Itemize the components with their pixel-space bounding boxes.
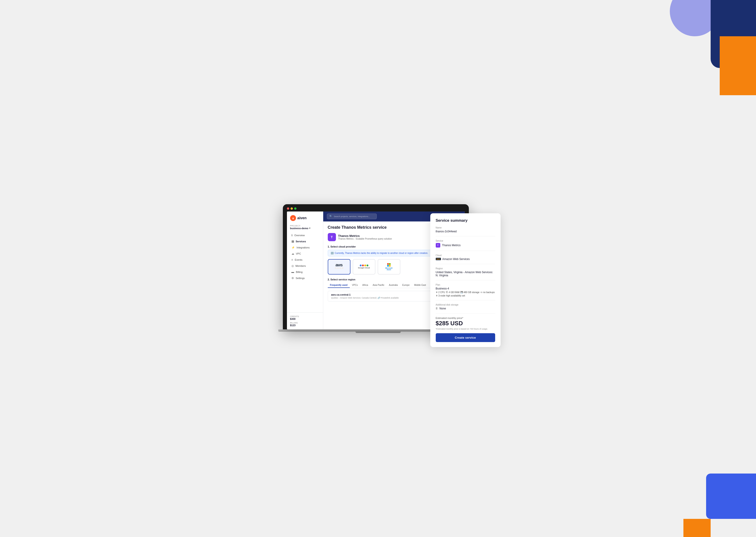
summary-plan-label: Plan	[436, 284, 495, 286]
service-summary-card: Service summary Name thanos-2c044eed Ser…	[430, 213, 501, 347]
summary-cloud-row: Cloud aws Amazon Web Services	[436, 254, 495, 264]
summary-service-value-row: T Thanos Metrics	[436, 243, 495, 248]
sidebar-credits: Credits $300 Billing $123	[287, 312, 323, 327]
sidebar-item-label: Events	[295, 258, 303, 261]
sidebar-item-events[interactable]: ≡ Events	[288, 257, 322, 263]
project-label: Project:	[290, 225, 320, 227]
tab-vpcs[interactable]: VPCs	[350, 283, 360, 288]
events-icon: ≡	[291, 258, 293, 261]
summary-service-label: Service	[436, 240, 495, 242]
bg-blue-right	[706, 474, 756, 519]
summary-card-title: Service summary	[436, 218, 495, 223]
svg-text:a: a	[292, 217, 294, 220]
service-info-title: Thanos Metrics	[338, 234, 392, 237]
project-name[interactable]: business-demo ▾	[290, 227, 320, 229]
summary-plan-row: Plan Business-4 🖥 2 CPU 🗄 4 GB RAM 💾 480…	[436, 284, 495, 300]
project-selector[interactable]: Project: business-demo ▾	[287, 224, 323, 231]
summary-name-row: Name thanos-2c044eed	[436, 227, 495, 236]
summary-disk-label: Additional disk storage	[436, 304, 495, 306]
camera-bar	[287, 207, 465, 210]
summary-service-value: Thanos Metrics	[442, 244, 461, 247]
mini-thanos-icon: T	[436, 243, 440, 248]
info-icon: ℹ️	[331, 252, 334, 254]
disk-icon: 🗄	[436, 308, 438, 310]
thanos-service-icon: T	[328, 233, 336, 241]
sidebar-item-services[interactable]: ▤ Services	[288, 238, 322, 244]
integrations-icon: ⚡	[291, 246, 295, 249]
summary-name-value: thanos-2c044eed	[436, 230, 495, 233]
logo: a aiven	[287, 214, 323, 224]
azure-logo: MicrosoftAzure	[385, 263, 393, 270]
sidebar: a aiven Project: business-demo ▾	[287, 212, 323, 329]
logo-text: aiven	[297, 216, 307, 220]
aws-logo: aws ⌒⌒⌒⌒	[334, 263, 344, 271]
cloud-card-azure[interactable]: MicrosoftAzure	[378, 259, 400, 274]
price-note: *Estimated monthly price is based on 730…	[436, 328, 495, 330]
settings-icon: ⚙	[291, 276, 294, 280]
tab-europe[interactable]: Europe	[400, 283, 412, 288]
dot-red[interactable]	[287, 207, 289, 210]
plan-specs: 🖥 2 CPU 🗄 4 GB RAM 💾 480 GB storage 🗂 no…	[436, 291, 495, 297]
create-service-button[interactable]: Create service	[436, 333, 495, 342]
aws-mini-logo: aws	[436, 258, 441, 260]
bg-orange-right	[720, 36, 756, 95]
sidebar-item-overview[interactable]: ℹ Overview	[288, 232, 322, 238]
window-dots	[287, 207, 296, 210]
summary-plan-value: Business-4	[436, 287, 495, 290]
ram-icon: 🗄	[446, 291, 448, 293]
vpc-icon: ☁	[291, 252, 294, 255]
price-value: $285 USD	[436, 320, 495, 327]
laptop-wrapper: a aiven Project: business-demo ▾	[242, 204, 514, 333]
credits-value: $300	[290, 317, 320, 320]
sidebar-nav: ℹ Overview ▤ Services ⚡ Integrations ☁	[287, 232, 323, 281]
sidebar-item-integrations[interactable]: ⚡ Integrations	[288, 245, 322, 251]
summary-disk-value: None	[440, 307, 446, 310]
credits-label: Credits	[290, 315, 320, 317]
tab-asia-pacific[interactable]: Asia Pacific	[371, 283, 387, 288]
tab-frequently-used[interactable]: Frequently used	[328, 283, 350, 288]
aiven-logo-icon: a	[290, 215, 296, 221]
cpu-icon: 🖥	[436, 291, 438, 293]
sidebar-item-members[interactable]: ◎ Members	[288, 263, 322, 269]
sidebar-item-settings[interactable]: ⚙ Settings	[288, 275, 322, 281]
summary-cloud-value: Amazon Web Services	[442, 258, 470, 261]
spec-cpu: 🖥 2 CPU	[436, 291, 445, 294]
service-info-description: Thanos Metrics - Scalable Prometheus que…	[338, 237, 392, 240]
tab-middle-east[interactable]: Middle East	[412, 283, 428, 288]
search-input-placeholder: Search projects, services, integrations.…	[334, 215, 370, 218]
billing-icon: ▬	[291, 270, 294, 273]
sidebar-item-vpc[interactable]: ☁ VPC	[288, 251, 322, 257]
ha-icon: 🖥	[436, 294, 438, 297]
summary-service-row: Service T Thanos Metrics	[436, 240, 495, 251]
services-icon: ▤	[291, 240, 294, 243]
service-info: Thanos Metrics Thanos Metrics - Scalable…	[338, 234, 392, 240]
cloud-card-gcp[interactable]: Google Cloud	[353, 259, 376, 274]
summary-disk-value-row: 🗄 None	[436, 307, 495, 310]
banner-text: Currently, Thanos Metrics lacks the abil…	[335, 252, 428, 254]
tab-australia[interactable]: Australia	[387, 283, 400, 288]
cloud-card-aws[interactable]: aws ⌒⌒⌒⌒	[328, 259, 350, 274]
overview-icon: ℹ	[291, 234, 292, 237]
tab-africa[interactable]: Africa	[360, 283, 371, 288]
billing-value: $123	[290, 324, 320, 327]
laptop-stand	[355, 332, 401, 333]
spec-ha: 🖥 3-node high availability set	[436, 294, 465, 297]
summary-cloud-label: Cloud	[436, 254, 495, 257]
dot-green[interactable]	[294, 207, 296, 210]
summary-region-value: United States, Virginia - Amazon Web Ser…	[436, 271, 495, 277]
summary-name-label: Name	[436, 227, 495, 229]
sidebar-item-label: Billing	[296, 271, 303, 273]
search-bar[interactable]: 🔍 Search projects, services, integration…	[327, 214, 377, 219]
summary-region-row: Region United States, Virginia - Amazon …	[436, 267, 495, 280]
gcp-logo: Google Cloud	[358, 265, 370, 269]
sidebar-item-billing[interactable]: ▬ Billing	[288, 269, 322, 275]
storage-icon: 💾	[461, 291, 463, 293]
summary-region-label: Region	[436, 267, 495, 270]
members-icon: ◎	[291, 264, 294, 268]
sidebar-item-label: Settings	[296, 277, 305, 279]
chevron-down-icon: ▾	[309, 227, 310, 229]
sidebar-item-label: Services	[296, 240, 306, 243]
price-label: Estimated monthly price*	[436, 317, 495, 319]
sidebar-item-label: Members	[295, 265, 306, 267]
dot-yellow[interactable]	[290, 207, 293, 210]
